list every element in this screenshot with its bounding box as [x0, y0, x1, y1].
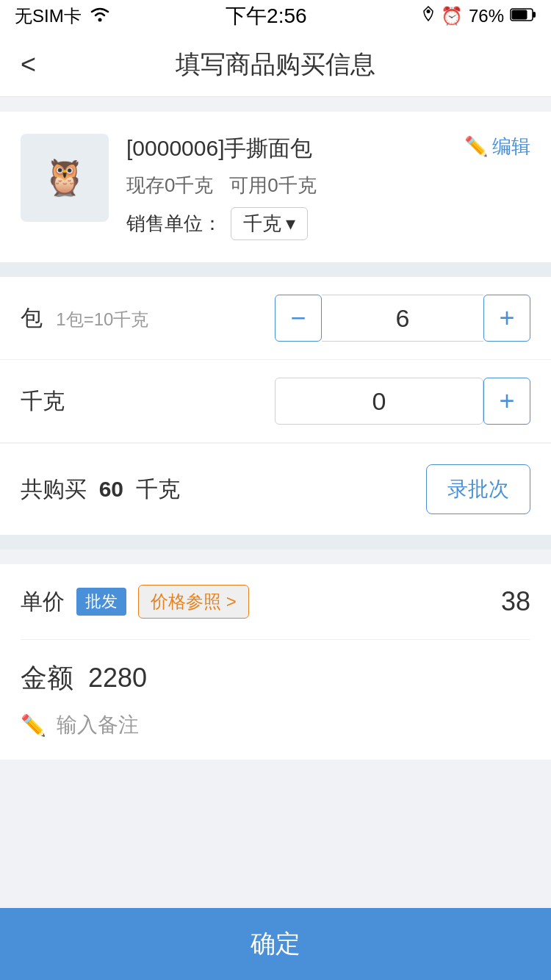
remark-row[interactable]: ✏️ 输入备注 [21, 711, 530, 739]
page-title: 填写商品购买信息 [176, 48, 375, 82]
kg-input[interactable] [275, 378, 483, 425]
amount-value: 2280 [88, 663, 147, 693]
product-thumbnail: 🦉 [21, 134, 109, 222]
kg-controls: + [275, 378, 530, 425]
input-section: 包 1包=10千克 − + 千克 + [0, 277, 551, 443]
price-value: 38 [501, 586, 530, 617]
status-left: 无SIM卡 [15, 4, 111, 28]
product-card: 🦉 [0000006]手撕面包 现存0千克 可用0千克 销售单位： 千克 ▾ ✏… [0, 112, 551, 262]
total-row: 共购买 60 千克 录批次 [0, 443, 551, 535]
bao-input[interactable] [322, 295, 483, 342]
confirm-button[interactable]: 确定 [251, 927, 300, 961]
wifi-icon [89, 6, 111, 26]
svg-rect-4 [512, 10, 527, 20]
unit-dropdown[interactable]: 千克 ▾ [231, 207, 308, 240]
status-bar: 无SIM卡 下午2:56 ⏰ 76% [0, 0, 551, 32]
bao-plus-button[interactable]: + [483, 295, 530, 342]
price-ref-button[interactable]: 价格参照 > [138, 585, 249, 619]
product-logo: 🦉 [43, 157, 87, 198]
total-text: 共购买 60 千克 [21, 475, 180, 505]
main-content: 🦉 [0000006]手撕面包 现存0千克 可用0千克 销售单位： 千克 ▾ ✏… [0, 112, 551, 833]
separator-2 [0, 535, 551, 550]
price-row: 单价 批发 价格参照 > 38 [21, 585, 530, 640]
confirm-bar[interactable]: 确定 [0, 908, 551, 980]
chevron-down-icon: ▾ [286, 212, 295, 235]
edit-icon: ✏️ [464, 135, 488, 158]
amount-section: 金额 2280 ✏️ 输入备注 [0, 640, 551, 760]
carrier-label: 无SIM卡 [15, 4, 82, 28]
price-tag: 批发 [76, 588, 126, 616]
kg-plus-button[interactable]: + [483, 378, 530, 425]
separator-1 [0, 262, 551, 277]
bao-label: 包 1包=10千克 [21, 303, 275, 334]
back-button[interactable]: < [21, 49, 36, 80]
time-display: 下午2:56 [226, 2, 307, 30]
svg-point-0 [98, 18, 101, 22]
svg-point-1 [426, 10, 430, 13]
batch-button[interactable]: 录批次 [426, 464, 530, 514]
bao-minus-button[interactable]: − [275, 295, 322, 342]
edit-button[interactable]: ✏️ 编辑 [464, 134, 530, 159]
bao-controls: − + [275, 295, 530, 342]
svg-rect-3 [533, 12, 536, 18]
kg-input-row: 千克 + [0, 360, 551, 443]
battery-label: 76% [469, 6, 504, 26]
pencil-icon: ✏️ [21, 713, 46, 738]
bao-input-row: 包 1包=10千克 − + [0, 277, 551, 360]
battery-icon [510, 6, 536, 26]
product-stock: 现存0千克 可用0千克 [126, 173, 530, 198]
price-section: 单价 批发 价格参照 > 38 [0, 564, 551, 640]
status-right: ⏰ 76% [422, 6, 536, 26]
nav-bar: < 填写商品购买信息 [0, 32, 551, 97]
location-icon [422, 6, 435, 26]
alarm-icon: ⏰ [441, 6, 463, 26]
amount-row: 金额 2280 [21, 660, 530, 696]
kg-label: 千克 [21, 386, 275, 417]
product-unit-row: 销售单位： 千克 ▾ [126, 207, 530, 240]
